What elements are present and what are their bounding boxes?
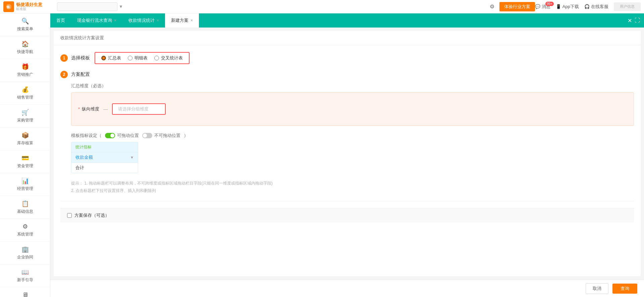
user-name: 用户信息	[620, 4, 635, 9]
sidebar-item-system[interactable]: ⚙ 系统管理	[0, 219, 50, 242]
tab-expand-btn[interactable]: ⛶	[635, 17, 640, 23]
radio-summary[interactable]: 汇总表	[101, 55, 121, 61]
sidebar: 🔍 搜索菜单 🏠 快捷导航 🎁 营销推广 💰 销售管理 🛒 采购管理 📦 库存核…	[0, 13, 50, 297]
finance-icon: 💳	[21, 154, 29, 162]
toggle-on[interactable]	[105, 133, 115, 138]
dimension-select[interactable]: 请选择分组维度	[112, 103, 166, 115]
logo-text: 畅捷通好生意	[16, 2, 42, 7]
tab-close-btn[interactable]: ✕	[628, 17, 632, 24]
stats-section-label: 统计指标	[75, 144, 92, 150]
tab-newplan[interactable]: 新建方案 ×	[165, 13, 199, 28]
radio-cross[interactable]: 交叉统计表	[154, 55, 183, 61]
sidebar-item-nav[interactable]: 🏠 快捷导航	[0, 36, 50, 59]
tab-newplan-label: 新建方案	[171, 17, 189, 23]
marketing-icon: 🎁	[21, 63, 29, 70]
sidebar-item-marketing[interactable]: 🎁 营销推广	[0, 59, 50, 82]
online-service-button[interactable]: 🎧 在线客服	[584, 4, 608, 10]
close-paren: ）	[184, 133, 188, 139]
message-button[interactable]: 💬 消息 99+	[535, 4, 550, 10]
radio-detail-label: 明细表	[135, 55, 148, 61]
sidebar-item-search[interactable]: 🔍 搜索菜单	[0, 13, 50, 36]
sidebar-item-label: 资金管理	[17, 163, 33, 169]
step2-title: 方案配置	[71, 71, 90, 78]
app-label: App下载	[562, 4, 579, 10]
guide-icon: 📖	[21, 268, 29, 276]
sidebar-item-sales[interactable]: 💰 销售管理	[0, 82, 50, 105]
sidebar-item-label: 营销推广	[17, 72, 33, 78]
table-header-label: 收款金额	[75, 154, 93, 160]
search-arrow-icon[interactable]: ▼	[119, 4, 123, 9]
metrics-label-row: 模板指标设定（ 可拖动位置 不可拖动位置 ）	[71, 133, 634, 139]
step1-num: 1	[60, 54, 68, 62]
tab-home-label: 首页	[56, 17, 65, 23]
sidebar-item-basic[interactable]: 📋 基础信息	[0, 196, 50, 219]
tab-newplan-close[interactable]: ×	[191, 18, 193, 23]
stats-table: 统计指标 收款金额 ▼ 合计	[71, 142, 138, 173]
sidebar-item-purchase[interactable]: 🛒 采购管理	[0, 105, 50, 128]
hardware-icon: 🖥	[22, 291, 28, 297]
tab-cashflow-close[interactable]: ×	[114, 18, 116, 23]
tab-receipt-close[interactable]: ×	[157, 18, 159, 23]
step2-num: 2	[60, 71, 68, 78]
radio-detail[interactable]: 明细表	[128, 55, 148, 61]
sidebar-item-finance[interactable]: 💳 资金管理	[0, 150, 50, 173]
form-content: 1 选择模板 汇总表	[54, 45, 641, 229]
step1-header: 1 选择模板	[60, 54, 90, 62]
metrics-label: 模板指标设定（	[71, 133, 102, 139]
dimension-section-label: 汇总维度（必选）	[71, 83, 634, 89]
logo: 畅 畅捷通好生意 标准版	[3, 1, 54, 12]
step1-title: 选择模板	[71, 55, 90, 61]
sidebar-item-hardware[interactable]: 🖥 智能硬件	[0, 287, 50, 297]
sidebar-item-enterprise[interactable]: 🏢 企业协同	[0, 242, 50, 264]
cancel-button[interactable]: 取消	[586, 283, 608, 294]
radio-summary-label: 汇总表	[108, 55, 121, 61]
user-avatar[interactable]: 用户信息	[614, 2, 641, 11]
dropdown-icon[interactable]: ▼	[130, 155, 134, 159]
app-download-button[interactable]: 📱 App下载	[556, 4, 579, 10]
sidebar-item-label: 搜索菜单	[17, 26, 33, 32]
svg-text:畅: 畅	[7, 5, 10, 9]
service-label: 在线客服	[591, 4, 608, 10]
sidebar-item-inventory[interactable]: 📦 库存核算	[0, 128, 50, 150]
draggable-toggle[interactable]: 可拖动位置	[105, 133, 139, 139]
content-area: 首页 现金银行流水查询 × 收款情况统计 × 新建方案 × ✕ ⛶	[50, 13, 644, 297]
query-button[interactable]: 查询	[612, 284, 637, 294]
draggable-label: 可拖动位置	[117, 133, 139, 139]
footer-bar: 取消 查询	[50, 280, 644, 297]
sales-icon: 💰	[21, 86, 29, 93]
industry-btn[interactable]: 体验行业方案	[499, 2, 535, 11]
top-bar-right: 💬 消息 99+ 📱 App下载 🎧 在线客服 用户信息	[535, 2, 641, 11]
save-checkbox[interactable]	[67, 213, 72, 218]
non-draggable-toggle[interactable]: 不可拖动位置	[142, 133, 180, 139]
logo-badge: 标准版	[16, 7, 42, 11]
system-icon: ⚙	[22, 223, 28, 230]
gear-button[interactable]: ⚙	[487, 2, 497, 11]
radio-summary-input[interactable]	[101, 56, 106, 60]
stats-header-row: 收款金额 ▼	[71, 152, 138, 163]
radio-detail-input[interactable]	[128, 56, 132, 60]
tab-receipt[interactable]: 收款情况统计 ×	[122, 13, 165, 28]
toggle-off[interactable]	[142, 133, 152, 138]
vertical-label: * 纵向维度	[78, 106, 99, 112]
step2-header: 2 方案配置	[60, 71, 634, 78]
search-input[interactable]	[57, 2, 117, 11]
tab-home[interactable]: 首页	[50, 13, 71, 28]
app-icon: 📱	[556, 4, 561, 9]
arrow-right-icon: —	[103, 106, 108, 112]
sidebar-item-guide[interactable]: 📖 新手引导	[0, 264, 50, 287]
tab-cashflow-label: 现金银行流水查询	[77, 17, 112, 23]
stats-table-cell: 合计	[71, 163, 138, 173]
metrics-section: 模板指标设定（ 可拖动位置 不可拖动位置 ）	[71, 133, 634, 173]
radio-cross-input[interactable]	[154, 56, 159, 60]
purchase-icon: 🛒	[21, 109, 29, 116]
management-icon: 📊	[21, 177, 29, 185]
radio-group: 汇总表 明细表 交叉统计表	[101, 55, 183, 61]
sidebar-item-management[interactable]: 📊 经营管理	[0, 173, 50, 196]
step1-section: 1 选择模板 汇总表	[60, 52, 634, 64]
sidebar-item-label: 经营管理	[17, 186, 33, 192]
page-inner: 收款情况统计方案设置 1 选择模板	[54, 31, 641, 276]
tab-bar-actions: ✕ ⛶	[628, 17, 644, 24]
step1-wrapper: 1 选择模板 汇总表	[60, 52, 634, 64]
sidebar-item-label: 新手引导	[17, 277, 33, 283]
tab-cashflow[interactable]: 现金银行流水查询 ×	[71, 13, 122, 28]
